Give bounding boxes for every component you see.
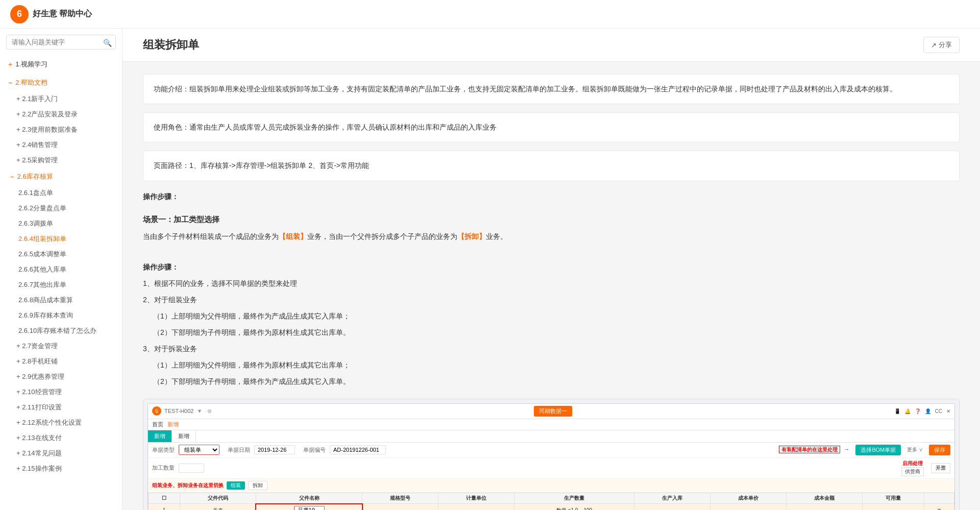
sidebar-item-inv-fix[interactable]: 2.6.10库存账本错了怎么办 <box>0 323 122 338</box>
col-cost-price: 成本单价 <box>710 493 786 504</box>
intro-text: 功能介绍：组装拆卸单用来处理企业组装或拆卸等加工业务，支持有固定装配清单的产品加… <box>154 85 897 93</box>
plus-icon: + <box>16 434 20 442</box>
sidebar-item-mobile[interactable]: + 2.8手机旺铺 <box>0 354 122 369</box>
confirm-btn[interactable]: 开票 <box>931 463 950 473</box>
upper-table-body: 1 关来 数量 ×1.0... 100 <box>149 504 954 510</box>
table-row: 1 关来 数量 ×1.0... 100 <box>149 504 954 510</box>
sidebar-item-cases[interactable]: + 2.15操作案例 <box>0 461 122 476</box>
form-more-actions: 更多 ∨ <box>907 446 923 453</box>
app-icon4: 👤 <box>925 408 931 414</box>
role-box: 使用角色：通常由生产人员或库管人员完成拆装业务的操作，库管人员确认原材料的出库和… <box>143 112 960 142</box>
cell-stock-in <box>634 504 710 510</box>
close-icon: ✕ <box>946 408 950 414</box>
plus-icon: + <box>16 126 20 133</box>
content-header: 组装拆卸单 ↗ 分享 <box>122 29 980 62</box>
col-ops <box>924 493 954 504</box>
sidebar-item-transfer[interactable]: 2.6.3调拨单 <box>0 216 122 231</box>
search-input[interactable] <box>6 35 116 50</box>
mock-titlebar: 6 TEST-H002 ▼ ⚙ 同期数据一 📱 🔔 <box>148 404 954 419</box>
sidebar-item-other-in[interactable]: 2.6.6其他入库单 <box>0 262 122 277</box>
plus-icon: + <box>16 465 20 472</box>
scenario1-title: 场景一：加工类型选择 <box>143 212 960 227</box>
plus-icon: + <box>16 141 20 149</box>
sidebar-item-stocktake[interactable]: 2.6.1盘点单 <box>0 185 122 201</box>
save-btn[interactable]: 保存 <box>929 445 950 455</box>
sidebar-item-install[interactable]: + 2.2产品安装及登录 <box>0 107 122 122</box>
tab-add2[interactable]: 新增 <box>172 430 196 442</box>
search-bar[interactable]: 🔍 <box>0 35 122 56</box>
sidebar-item-partial-stocktake[interactable]: 2.6.2分量盘点单 <box>0 201 122 216</box>
step3-1: （1）上部明细为父件明细，最终作为原材料生成其它出库单； <box>153 358 960 372</box>
minus-icon: − <box>10 173 14 181</box>
sidebar-item-purchase[interactable]: + 2.5采购管理 <box>0 153 122 168</box>
app-label1: CC <box>935 408 942 414</box>
share-button[interactable]: ↗ 分享 <box>923 37 960 53</box>
toggle-row: 组装业务、拆卸业务在这里切换 组装 拆卸 <box>148 479 954 493</box>
sidebar-item-other-out[interactable]: 2.6.7其他出库单 <box>0 277 122 293</box>
sidebar-item-coupon[interactable]: + 2.9优惠券管理 <box>0 369 122 384</box>
step3-2: （2）下部明细为子件明细，最终作为产成品生成其它入库单。 <box>153 374 960 388</box>
mock-subnav: 首页 新增 <box>148 419 954 430</box>
col-unit: 计量单位 <box>438 493 514 504</box>
plus-icon: + <box>16 357 20 365</box>
sidebar-item-sales[interactable]: + 2.4销售管理 <box>0 137 122 153</box>
form-select-type[interactable]: 组装单 拆卸单 <box>179 445 219 455</box>
sidebar-item-assembly[interactable]: 2.6.4组装拆卸单 <box>0 231 122 247</box>
role-text: 使用角色：通常由生产人员或库管人员完成拆装业务的操作，库管人员确认原材料的出库和… <box>154 123 497 131</box>
titlebar-icon1: ⚙ <box>207 408 212 414</box>
parent-name-input[interactable] <box>294 506 325 510</box>
col-check: ☐ <box>149 493 180 504</box>
sidebar-item-finance[interactable]: + 2.7资金管理 <box>0 338 122 354</box>
form-input-count[interactable] <box>179 464 204 473</box>
intro-box: 功能介绍：组装拆卸单用来处理企业组装或拆卸等加工业务，支持有固定装配清单的产品加… <box>143 74 960 104</box>
sidebar-item-label: 2.6库存核算 <box>17 172 53 181</box>
sidebar-item-newcomer[interactable]: + 2.1新手入门 <box>0 91 122 107</box>
cell-cost-amt <box>786 504 862 510</box>
path-box: 页面路径：1、库存核算->库存管理->组装拆卸单 2、首页->常用功能 <box>143 151 960 181</box>
sidebar-item-ops-mgmt[interactable]: + 2.10经营管理 <box>0 384 122 400</box>
plus-icon: + <box>16 388 20 396</box>
plus-icon: + <box>16 95 20 103</box>
toggle-assembly[interactable]: 组装 <box>227 481 245 490</box>
nav-sub-sub-items-inventory: 2.6.1盘点单 2.6.2分量盘点单 2.6.3调拨单 2.6.4组装拆卸单 … <box>0 185 122 338</box>
logo-icon: 6 <box>10 5 29 23</box>
form-input-date[interactable] <box>254 445 295 454</box>
cell-prod-qty: 数量 ×1.0... 100 <box>514 504 634 510</box>
annotation2-text: 组装业务、拆卸业务在这里切换 <box>152 482 224 489</box>
sidebar-item-help-docs[interactable]: − 2.帮助文档 <box>0 74 122 91</box>
toggle-disassembly[interactable]: 拆卸 <box>248 481 267 490</box>
upper-table-header-row: ☐ 父件代码 父件名称 规格型号 计量单位 生产数量 生产入库 成本单价 成本金 <box>149 493 954 504</box>
search-icon: 🔍 <box>103 39 112 47</box>
prev-data-btn[interactable]: 同期数据一 <box>534 406 572 417</box>
annotation3-text: 启用处理 <box>901 460 924 467</box>
sidebar-item-cost-adjust[interactable]: 2.6.5成本调整单 <box>0 247 122 262</box>
ops-steps-title: 操作步骤： <box>143 260 960 274</box>
bom-btn[interactable]: 选择BOM单据 <box>855 445 901 455</box>
col-parent-name: 父件名称 <box>256 493 362 504</box>
sidebar-item-data-prep[interactable]: + 2.3使用前数据准备 <box>0 122 122 137</box>
tab-add1[interactable]: 新增 <box>148 430 172 442</box>
mock-form-row1: 单据类型 组装单 拆卸单 单据日期 单据编号 <box>148 443 954 458</box>
sidebar-item-inventory[interactable]: − 2.6库存核算 <box>0 168 122 185</box>
col-spec: 规格型号 <box>362 493 438 504</box>
sidebar-item-video-learning[interactable]: + 1.视频学习 <box>0 56 122 73</box>
mock-tabs: 新增 新增 <box>148 430 954 443</box>
main-layout: 🔍 + 1.视频学习 − 2.帮助文档 + 2.1新手入门 + 2.2产品安装及… <box>0 29 980 510</box>
form-input-no[interactable] <box>330 445 386 454</box>
sidebar-item-faq[interactable]: + 2.14常见问题 <box>0 446 122 461</box>
upper-table-area: ☐ 父件代码 父件名称 规格型号 计量单位 生产数量 生产入库 成本单价 成本金 <box>148 493 954 510</box>
app-icon2: 🔔 <box>904 408 911 414</box>
sidebar-item-system[interactable]: + 2.12系统个性化设置 <box>0 415 122 430</box>
content-area: 组装拆卸单 ↗ 分享 功能介绍：组装拆卸单用来处理企业组装或拆卸等加工业务，支持… <box>122 29 980 510</box>
form-label-no: 单据编号 <box>303 446 326 454</box>
sidebar-item-inv-ledger[interactable]: 2.6.9库存账本查询 <box>0 308 122 323</box>
step2-2: （2）下部明细为子件明细，最终作为原材料生成其它出库单。 <box>153 325 960 339</box>
top-header: 6 好生意 帮助中心 <box>0 0 980 29</box>
step2: 2、对于组装业务 <box>143 293 960 307</box>
sidebar-item-online-pay[interactable]: + 2.13在线支付 <box>0 430 122 446</box>
sidebar-item-cost-recalc[interactable]: 2.6.8商品成本重算 <box>0 293 122 308</box>
plus-icon: + <box>16 373 20 380</box>
cell-check: 1 <box>149 504 180 510</box>
sidebar-item-print[interactable]: + 2.11打印设置 <box>0 400 122 415</box>
annotation-area1: 有装配清单的在这里处理 → <box>779 446 849 453</box>
